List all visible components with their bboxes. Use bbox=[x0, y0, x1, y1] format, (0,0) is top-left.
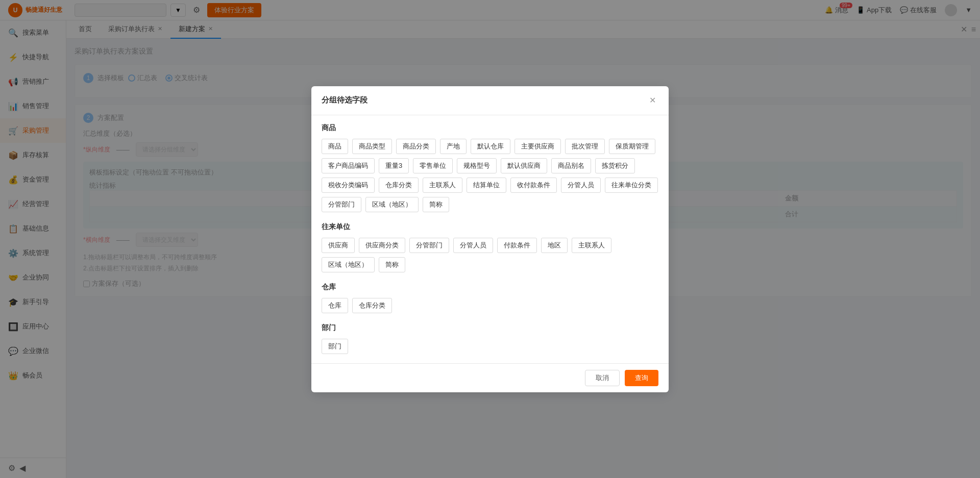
section-warehouse: 仓库 仓库 仓库分类 bbox=[322, 283, 658, 313]
section-goods: 商品 商品 商品类型 商品分类 产地 默认仓库 主要供应商 批次管理 保质期管理… bbox=[322, 123, 658, 212]
section-dept-fields: 部门 bbox=[322, 339, 658, 354]
field-default-warehouse[interactable]: 默认仓库 bbox=[471, 139, 510, 154]
field-warehouse-category[interactable]: 仓库分类 bbox=[379, 178, 419, 193]
field-pay-condition[interactable]: 付款条件 bbox=[497, 238, 537, 253]
field-supervisor[interactable]: 分管人员 bbox=[561, 178, 601, 193]
field-warehouse-cat[interactable]: 仓库分类 bbox=[352, 298, 392, 313]
modal-body[interactable]: 商品 商品 商品类型 商品分类 产地 默认仓库 主要供应商 批次管理 保质期管理… bbox=[311, 115, 669, 363]
section-warehouse-fields: 仓库 仓库分类 bbox=[322, 298, 658, 313]
field-main-supplier[interactable]: 主要供应商 bbox=[514, 139, 561, 154]
modal-close-button[interactable]: ✕ bbox=[646, 94, 658, 107]
field-settlement-unit[interactable]: 结算单位 bbox=[467, 178, 506, 193]
field-goods[interactable]: 商品 bbox=[322, 139, 348, 154]
section-dept: 部门 部门 bbox=[322, 323, 658, 354]
field-select-modal: 分组待选字段 ✕ 商品 商品 商品类型 商品分类 产地 默认仓库 主要供应商 批… bbox=[311, 86, 669, 392]
field-customer-code[interactable]: 客户商品编码 bbox=[322, 158, 375, 173]
field-default-supplier[interactable]: 默认供应商 bbox=[501, 158, 547, 173]
field-origin[interactable]: 产地 bbox=[440, 139, 467, 154]
section-goods-title: 商品 bbox=[322, 123, 658, 133]
field-retail-unit[interactable]: 零售单位 bbox=[413, 158, 453, 173]
section-warehouse-title: 仓库 bbox=[322, 283, 658, 292]
cancel-button[interactable]: 取消 bbox=[585, 370, 620, 386]
modal-title: 分组待选字段 bbox=[322, 95, 368, 105]
field-person-partner[interactable]: 分管人员 bbox=[453, 238, 493, 253]
section-partner: 往来单位 供应商 供应商分类 分管部门 分管人员 付款条件 地区 主联系人 区域… bbox=[322, 222, 658, 272]
field-warehouse[interactable]: 仓库 bbox=[322, 298, 348, 313]
field-tax-code[interactable]: 税收分类编码 bbox=[322, 178, 375, 193]
field-goods-type[interactable]: 商品类型 bbox=[352, 139, 392, 154]
field-batch-mgmt[interactable]: 批次管理 bbox=[565, 139, 605, 154]
field-region-goods[interactable]: 区域（地区） bbox=[365, 197, 419, 212]
field-dept[interactable]: 部门 bbox=[322, 339, 348, 354]
field-supplier-category[interactable]: 供应商分类 bbox=[359, 238, 405, 253]
field-payment-terms[interactable]: 收付款条件 bbox=[510, 178, 557, 193]
section-partner-fields: 供应商 供应商分类 分管部门 分管人员 付款条件 地区 主联系人 区域（地区） … bbox=[322, 238, 658, 272]
field-manage-dept[interactable]: 分管部门 bbox=[322, 197, 361, 212]
field-abbr-goods[interactable]: 简称 bbox=[423, 197, 449, 212]
field-abbr-partner[interactable]: 简称 bbox=[379, 257, 405, 272]
field-weight3[interactable]: 重量3 bbox=[379, 158, 409, 173]
field-region-partner[interactable]: 地区 bbox=[541, 238, 568, 253]
field-goods-category[interactable]: 商品分类 bbox=[396, 139, 436, 154]
field-area-partner[interactable]: 区域（地区） bbox=[322, 257, 375, 272]
field-expiry-mgmt[interactable]: 保质期管理 bbox=[609, 139, 655, 154]
field-goods-alias[interactable]: 商品别名 bbox=[551, 158, 591, 173]
field-main-contact[interactable]: 主联系人 bbox=[423, 178, 462, 193]
section-partner-title: 往来单位 bbox=[322, 222, 658, 232]
field-dept-partner[interactable]: 分管部门 bbox=[409, 238, 449, 253]
field-spec-model[interactable]: 规格型号 bbox=[457, 158, 497, 173]
section-dept-title: 部门 bbox=[322, 323, 658, 333]
modal-overlay: 分组待选字段 ✕ 商品 商品 商品类型 商品分类 产地 默认仓库 主要供应商 批… bbox=[0, 0, 980, 478]
confirm-button[interactable]: 查询 bbox=[625, 370, 658, 386]
modal-header: 分组待选字段 ✕ bbox=[311, 86, 669, 115]
field-supplier[interactable]: 供应商 bbox=[322, 238, 355, 253]
field-contact-partner[interactable]: 主联系人 bbox=[572, 238, 611, 253]
section-goods-fields: 商品 商品类型 商品分类 产地 默认仓库 主要供应商 批次管理 保质期管理 客户… bbox=[322, 139, 658, 212]
field-partner-category[interactable]: 往来单位分类 bbox=[605, 178, 658, 193]
field-pick-points[interactable]: 拣货积分 bbox=[595, 158, 635, 173]
modal-footer: 取消 查询 bbox=[311, 363, 669, 392]
